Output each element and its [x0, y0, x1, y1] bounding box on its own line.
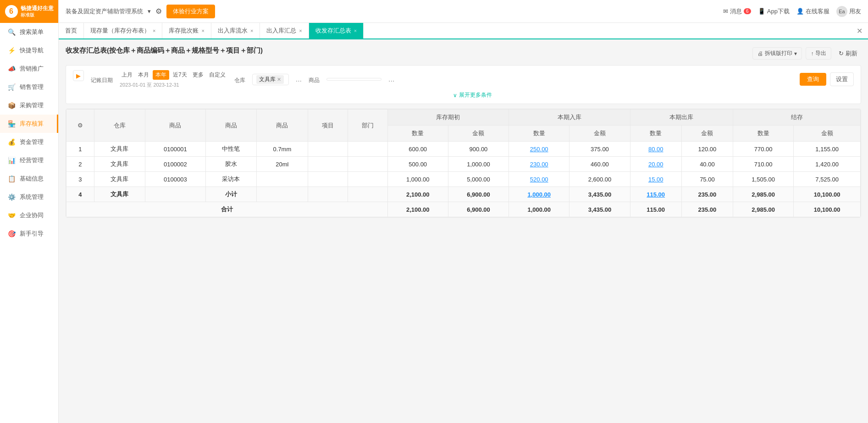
- tabs-bar: 首页现存量（库存分布表）×库存批次账×出入库流水×出入库汇总×收发存汇总表× ✕: [59, 23, 868, 39]
- tab-close-2[interactable]: ×: [201, 28, 204, 33]
- user-avatar: Ea: [836, 6, 847, 17]
- cell-out-qty-0[interactable]: 80.00: [630, 142, 681, 157]
- system-name: 装备及固定资产辅助管理系统: [66, 7, 143, 16]
- search-icon: 🔍: [7, 27, 16, 37]
- settings-button-filter[interactable]: 设置: [830, 72, 854, 86]
- data-table-wrapper: ⚙ 仓库 商品 商品 商品 项目 部门 库存期初 本期入库 本期出库 结存 数量…: [66, 109, 861, 218]
- th-bal-qty: 数量: [733, 126, 794, 142]
- cell-no-3: 4: [66, 187, 94, 202]
- tab-close-1[interactable]: ×: [153, 28, 155, 33]
- sidebar-item-label-marketing-promo: 营销推广: [20, 65, 44, 73]
- th-in-amount: 金额: [569, 126, 630, 142]
- print-icon: 🖨: [757, 50, 763, 57]
- system-dropdown[interactable]: ▾: [148, 8, 151, 15]
- tab-close-5[interactable]: ×: [354, 28, 357, 33]
- tab-5[interactable]: 收发存汇总表×: [309, 23, 364, 38]
- cell-start-amount-3: 6,900.00: [448, 187, 509, 202]
- tab-3[interactable]: 出入库流水×: [211, 23, 260, 38]
- sidebar-item-operations[interactable]: 📊 经营管理: [0, 151, 58, 170]
- cell-in-qty-3[interactable]: 1,000.00: [509, 187, 569, 202]
- th-start-amount: 金额: [448, 126, 509, 142]
- main-content: 收发存汇总表(按仓库＋商品编码＋商品＋规格型号＋项目＋部门) 🖨 拆镇版打印 ▾…: [59, 39, 868, 225]
- table-settings-icon[interactable]: ⚙: [66, 110, 94, 142]
- cell-out-qty-1[interactable]: 20.00: [630, 157, 681, 172]
- query-button[interactable]: 查询: [800, 73, 826, 86]
- tab-2[interactable]: 库存批次账×: [162, 23, 211, 38]
- expand-conditions-button[interactable]: ∨ 展开更多条件: [453, 91, 492, 99]
- sidebar-item-sales[interactable]: 🛒 销售管理: [0, 78, 58, 96]
- sidebar-item-basic-info[interactable]: 📋 基础信息: [0, 170, 58, 188]
- sidebar-item-marketing-promo[interactable]: 📣 营销推广: [0, 60, 58, 78]
- th-period-in: 本期入库: [509, 110, 630, 126]
- cell-bal-qty-1: 710.00: [733, 157, 794, 172]
- cell-start-amount-0: 900.00: [448, 142, 509, 157]
- warehouse-filter[interactable]: 文具库 ✕: [252, 74, 289, 85]
- inventory-icon: 🏪: [7, 119, 16, 128]
- date-btn-this-month[interactable]: 本月: [136, 70, 151, 80]
- data-table: ⚙ 仓库 商品 商品 商品 项目 部门 库存期初 本期入库 本期出库 结存 数量…: [66, 109, 861, 217]
- date-btn-this-year[interactable]: 本年: [153, 70, 169, 80]
- tab-close-4[interactable]: ×: [299, 28, 302, 33]
- basic-info-icon: 📋: [7, 174, 16, 183]
- filter-row-1: 记账日期 上月 本月 本年 近7天 更多 自定义 2023-01-01 至 20…: [91, 70, 854, 88]
- app-download-button[interactable]: 📱 App下载: [758, 7, 790, 16]
- warehouse-tag-close[interactable]: ✕: [277, 77, 281, 82]
- app-download-icon: 📱: [758, 8, 765, 15]
- goods-filter[interactable]: [326, 78, 381, 81]
- sidebar-item-purchase[interactable]: 📦 采购管理: [0, 96, 58, 115]
- sidebar-item-guide[interactable]: 🎯 新手引导: [0, 225, 58, 243]
- header-actions: 🖨 拆镇版打印 ▾ ↑ 导出 ↻ 刷新: [752, 47, 861, 60]
- enterprise-icon: 🤝: [7, 211, 16, 220]
- cell-goods-spec-0: 0.7mm: [256, 142, 308, 157]
- tab-0[interactable]: 首页: [59, 23, 84, 38]
- cell-department-3: [348, 187, 387, 202]
- refresh-button[interactable]: ↻ 刷新: [835, 48, 861, 60]
- cell-out-qty-3[interactable]: 115.00: [630, 187, 681, 202]
- tab-close-3[interactable]: ×: [250, 28, 253, 33]
- close-all-tabs-button[interactable]: ✕: [851, 23, 868, 38]
- date-btn-more[interactable]: 更多: [191, 70, 205, 80]
- tab-4[interactable]: 出入库汇总×: [260, 23, 309, 38]
- footer-out-amount: 235.00: [681, 202, 733, 217]
- cell-bal-qty-3: 2,985.00: [733, 187, 794, 202]
- sidebar-item-label-inventory: 库存核算: [20, 120, 44, 128]
- warehouse-more-button[interactable]: ...: [296, 75, 302, 83]
- tab-label-0: 首页: [65, 27, 77, 35]
- settings-button[interactable]: ⚙: [155, 7, 162, 16]
- tab-1[interactable]: 现存量（库存分布表）×: [84, 23, 162, 38]
- user-menu[interactable]: Ea 用友: [836, 6, 861, 17]
- cell-in-amount-2: 2,600.00: [569, 172, 630, 187]
- cell-start-amount-2: 5,000.00: [448, 172, 509, 187]
- sidebar-item-finance[interactable]: 💰 资金管理: [0, 133, 58, 151]
- online-service-button[interactable]: 👤 在线客服: [796, 7, 829, 16]
- cell-bal-amount-1: 1,420.00: [794, 157, 861, 172]
- sidebar-item-search[interactable]: 🔍 搜索菜单: [0, 23, 58, 41]
- sidebar-item-inventory[interactable]: 🏪 库存核算: [0, 115, 58, 133]
- goods-label: 商品: [309, 75, 320, 84]
- cell-out-qty-2[interactable]: 15.00: [630, 172, 681, 187]
- cell-in-qty-2[interactable]: 520.00: [509, 172, 569, 187]
- header-left: 装备及固定资产辅助管理系统 ▾ ⚙ 体验行业方案: [66, 5, 215, 18]
- export-button[interactable]: ↑ 导出: [806, 47, 831, 60]
- cell-in-qty-0[interactable]: 250.00: [509, 142, 569, 157]
- goods-more-button[interactable]: ...: [388, 75, 394, 83]
- cell-in-qty-1[interactable]: 230.00: [509, 157, 569, 172]
- sidebar-item-enterprise[interactable]: 🤝 企业协同: [0, 206, 58, 225]
- cell-out-amount-2: 75.00: [681, 172, 733, 187]
- date-btn-7days[interactable]: 近7天: [171, 70, 189, 80]
- sidebar-item-quick-nav[interactable]: ⚡ 快捷导航: [0, 41, 58, 60]
- cell-goods-name-2: 采访本: [206, 172, 257, 187]
- print-button[interactable]: 🖨 拆镇版打印 ▾: [752, 47, 802, 60]
- date-btn-last-month[interactable]: 上月: [120, 70, 134, 80]
- date-btn-custom[interactable]: 自定义: [207, 70, 227, 80]
- message-button[interactable]: ✉ 消息 6: [723, 7, 751, 16]
- th-goods-code: 商品: [145, 110, 205, 142]
- finance-icon: 💰: [7, 137, 16, 147]
- warehouse-label: 仓库: [234, 75, 245, 84]
- cell-bal-qty-0: 770.00: [733, 142, 794, 157]
- filter-toggle-button[interactable]: ▶: [73, 70, 84, 81]
- quick-nav-icon: ⚡: [7, 46, 16, 55]
- sidebar-item-system[interactable]: ⚙️ 系统管理: [0, 188, 58, 206]
- trial-button[interactable]: 体验行业方案: [166, 5, 215, 18]
- sidebar-item-label-system: 系统管理: [20, 193, 44, 201]
